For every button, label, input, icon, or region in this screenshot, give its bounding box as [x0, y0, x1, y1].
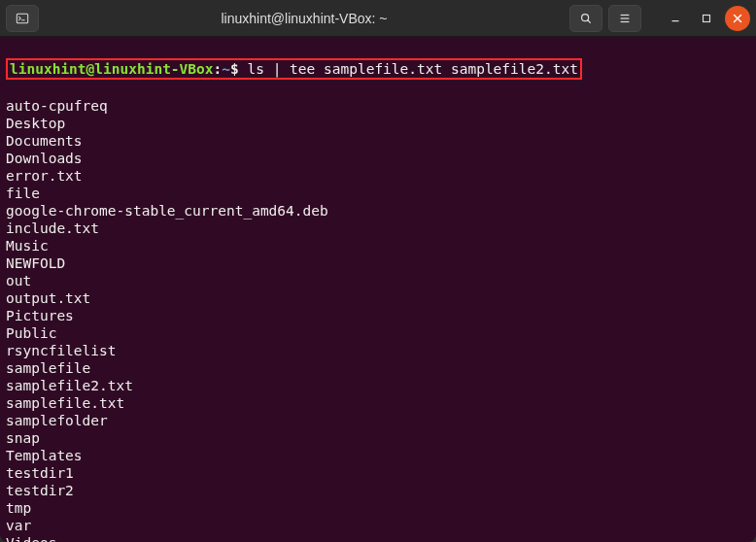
prompt-line-1: linuxhint@linuxhint-VBox:~$ ls | tee sam…: [6, 58, 750, 80]
output-line: Music: [6, 237, 750, 254]
output-line: Pictures: [6, 307, 750, 324]
output-line: auto-cpufreq: [6, 97, 750, 115]
search-button[interactable]: [569, 5, 602, 32]
prompt-symbol: $: [230, 61, 239, 77]
output-line: Desktop: [6, 115, 750, 132]
output-line: samplefile.txt: [6, 394, 750, 412]
prompt-user-host: linuxhint@linuxhint-VBox: [10, 61, 214, 77]
output-line: Public: [6, 324, 750, 342]
close-button[interactable]: [725, 6, 750, 31]
terminal-icon: [16, 12, 29, 25]
minimize-icon: [669, 12, 682, 25]
output-line: include.txt: [6, 220, 750, 237]
menu-button[interactable]: [608, 5, 641, 32]
output-line: samplefile: [6, 359, 750, 377]
output-line: testdir2: [6, 482, 750, 499]
titlebar-right: [569, 5, 750, 32]
svg-line-2: [588, 19, 591, 22]
output-line: Documents: [6, 132, 750, 150]
output-line: snap: [6, 429, 750, 447]
prompt-colon: :: [214, 61, 223, 77]
maximize-button[interactable]: [694, 6, 719, 31]
output-line: Videos: [6, 534, 750, 542]
minimize-button[interactable]: [663, 6, 688, 31]
window-title: linuxhint@linuxhint-VBox: ~: [45, 11, 564, 26]
close-icon: [731, 12, 744, 25]
search-icon: [579, 12, 593, 25]
output-line: google-chrome-stable_current_amd64.deb: [6, 202, 750, 220]
svg-rect-7: [704, 15, 710, 21]
output-line: error.txt: [6, 167, 750, 185]
maximize-icon: [700, 12, 713, 25]
hamburger-icon: [618, 12, 632, 25]
output-line: rsyncfilelist: [6, 342, 750, 359]
command-output: auto-cpufreqDesktopDocumentsDownloadserr…: [6, 97, 750, 542]
output-line: samplefile2.txt: [6, 377, 750, 394]
output-line: NEWFOLD: [6, 254, 750, 272]
output-line: tmp: [6, 499, 750, 517]
prompt-path: ~: [222, 61, 230, 77]
output-line: testdir1: [6, 464, 750, 482]
output-line: Downloads: [6, 150, 750, 167]
new-tab-button[interactable]: [6, 5, 39, 32]
output-line: samplefolder: [6, 412, 750, 429]
output-line: Templates: [6, 447, 750, 464]
command-text: ls | tee samplefile.txt samplefile2.txt: [239, 61, 578, 77]
output-line: out: [6, 272, 750, 289]
output-line: output.txt: [6, 289, 750, 307]
svg-rect-0: [17, 14, 27, 23]
output-line: var: [6, 517, 750, 534]
highlighted-command: linuxhint@linuxhint-VBox:~$ ls | tee sam…: [6, 58, 582, 80]
output-line: file: [6, 185, 750, 202]
terminal-body[interactable]: linuxhint@linuxhint-VBox:~$ ls | tee sam…: [0, 37, 756, 542]
titlebar: linuxhint@linuxhint-VBox: ~: [0, 0, 756, 37]
